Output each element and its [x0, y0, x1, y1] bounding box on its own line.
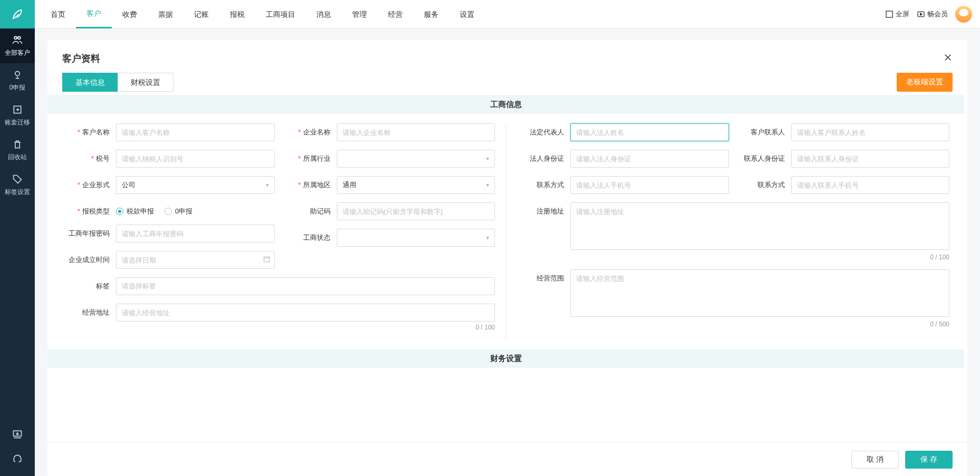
fullscreen-icon — [885, 10, 894, 18]
nav-item-1[interactable]: 客户 — [76, 0, 112, 28]
nav-item-11[interactable]: 设置 — [449, 0, 485, 28]
nav-item-0[interactable]: 首页 — [40, 0, 76, 28]
nav-items: 首页客户收费票据记账报税工商项目消息管理经营服务设置 — [35, 0, 885, 28]
avatar[interactable] — [955, 6, 972, 23]
nav-item-4[interactable]: 记账 — [183, 0, 219, 28]
svg-rect-0 — [886, 11, 892, 17]
top-nav: 首页客户收费票据记账报税工商项目消息管理经营服务设置 全屏 畅会员 — [0, 0, 980, 28]
fullscreen-label: 全屏 — [896, 9, 909, 19]
nav-item-8[interactable]: 管理 — [342, 0, 377, 28]
nav-item-6[interactable]: 工商项目 — [255, 0, 306, 28]
nav-item-5[interactable]: 报税 — [219, 0, 255, 28]
nav-item-9[interactable]: 经营 — [377, 0, 413, 28]
logo[interactable] — [0, 0, 35, 28]
fullscreen-button[interactable]: 全屏 — [885, 9, 909, 19]
member-label: 畅会员 — [927, 9, 948, 19]
nav-item-2[interactable]: 收费 — [112, 0, 148, 28]
nav-item-10[interactable]: 服务 — [413, 0, 449, 28]
nav-item-3[interactable]: 票据 — [148, 0, 183, 28]
play-icon — [917, 10, 925, 18]
member-button[interactable]: 畅会员 — [917, 9, 948, 19]
nav-item-7[interactable]: 消息 — [306, 0, 342, 28]
nav-right: 全屏 畅会员 — [885, 6, 980, 23]
feather-logo-icon — [11, 8, 24, 21]
